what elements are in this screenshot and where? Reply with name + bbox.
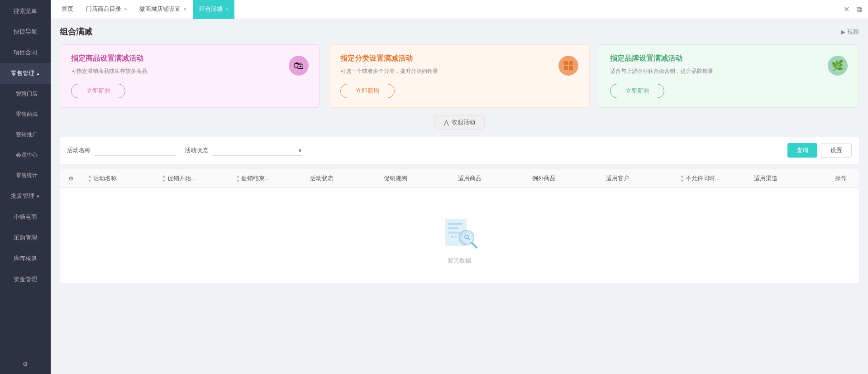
tab-combo-discount-close[interactable]: × <box>225 6 228 12</box>
collapse-icon: ⋀ <box>444 119 449 126</box>
th-exception-goods: 例外商品 <box>527 174 601 182</box>
tab-store-catalog[interactable]: 门店商品目录 × <box>80 0 133 19</box>
product-discount-card: 指定商品设置满减活动 可指定滞销商品或库存较多商品 🛍 立即新增 <box>60 44 320 108</box>
play-icon: ▶ <box>841 29 845 35</box>
product-discount-icon: 🛍 <box>289 56 309 76</box>
tab-restore-window-button[interactable]: ⧉ <box>855 4 863 15</box>
th-applicable-customer-label: 适用客户 <box>606 174 630 182</box>
collapse-label: 收起活动 <box>452 118 475 126</box>
sidebar-item-marketing[interactable]: 营销推广 <box>0 125 51 145</box>
brand-discount-title: 指定品牌设置满减活动 <box>610 54 848 63</box>
filter-actions: 查询 设置 <box>787 143 852 158</box>
sidebar-item-purchase-mgmt[interactable]: 采购管理 <box>0 227 51 248</box>
svg-point-13 <box>451 236 453 238</box>
sidebar-item-quick-nav[interactable]: 快捷导航 <box>0 21 51 42</box>
video-label: 视频 <box>847 28 859 36</box>
tab-bar: 首页 门店商品目录 × 微商城店铺设置 × 组合满减 × ✕ ⧉ <box>51 0 868 19</box>
sidebar-search[interactable]: 搜索菜单 <box>0 0 51 21</box>
tab-combo-discount-label: 组合满减 <box>199 5 223 13</box>
tab-close-window-button[interactable]: ✕ <box>842 3 851 15</box>
table-header: ⚙ ▲▼ 活动名称 ▲▼ 促销开始... ▲▼ 促销结束... 活动状态 <box>60 169 859 188</box>
brand-discount-add-button[interactable]: 立即新增 <box>610 84 664 98</box>
category-discount-icon <box>558 56 578 76</box>
video-link[interactable]: ▶ 视频 <box>841 28 859 36</box>
th-not-allow-concurrent: ▲▼ 不允许同时... <box>675 174 749 183</box>
svg-rect-7 <box>448 232 460 234</box>
activity-name-input[interactable] <box>94 145 176 156</box>
th-activity-name: ▲▼ 活动名称 <box>82 174 157 183</box>
th-promo-end-label: 促销结束... <box>241 174 270 182</box>
sidebar-item-xiaoqi-ecom[interactable]: 小畅电商 <box>0 206 51 227</box>
th-promo-start-label: 促销开始... <box>167 174 196 182</box>
sidebar-item-member-center[interactable]: 会员中心 <box>0 145 51 165</box>
svg-line-10 <box>472 243 477 248</box>
brand-discount-desc: 适合与上游企业联合做营销，提升品牌销量 <box>610 67 848 76</box>
th-promo-rule-label: 促销规则 <box>384 174 407 182</box>
th-applicable-channel-label: 适用渠道 <box>754 174 777 182</box>
empty-illustration <box>437 215 482 251</box>
activity-name-filter: 活动名称 <box>67 145 176 156</box>
svg-rect-0 <box>564 61 568 65</box>
empty-state: 暂无数据 <box>60 188 859 283</box>
gear-icon: ⚙ <box>68 175 74 182</box>
sidebar-item-retail-stats[interactable]: 零售统计 <box>0 165 51 186</box>
svg-rect-2 <box>564 66 568 70</box>
main-content: 首页 门店商品目录 × 微商城店铺设置 × 组合满减 × ✕ ⧉ 组合满减 ▶ … <box>51 0 868 374</box>
brand-discount-icon: 🌿 <box>828 56 848 76</box>
activity-status-select[interactable]: ∨ <box>212 145 302 156</box>
table-wrapper: ⚙ ▲▼ 活动名称 ▲▼ 促销开始... ▲▼ 促销结束... 活动状态 <box>60 169 859 283</box>
tab-wechat-store-close[interactable]: × <box>183 6 186 12</box>
th-activity-status-label: 活动状态 <box>310 174 334 182</box>
page-content: 组合满减 ▶ 视频 指定商品设置满减活动 可指定滞销商品或库存较多商品 🛍 立即… <box>51 19 868 374</box>
page-header: 组合满减 ▶ 视频 <box>60 26 859 37</box>
th-applicable-goods-label: 适用商品 <box>458 174 482 182</box>
brand-discount-card: 指定品牌设置满减活动 适合与上游企业联合做营销，提升品牌销量 🌿 立即新增 <box>599 44 859 108</box>
collapse-bar: ⋀ 收起活动 <box>60 115 859 129</box>
activity-cards: 指定商品设置满减活动 可指定滞销商品或库存较多商品 🛍 立即新增 指定分类设置满… <box>60 44 859 108</box>
th-operation: 操作 <box>823 174 859 182</box>
query-button[interactable]: 查询 <box>787 143 817 158</box>
svg-rect-3 <box>569 66 573 70</box>
sidebar-item-inventory[interactable]: 库存核算 <box>0 248 51 269</box>
th-gear[interactable]: ⚙ <box>60 175 82 182</box>
activity-status-label: 活动状态 <box>185 146 208 154</box>
empty-text: 暂无数据 <box>448 257 471 265</box>
tab-store-catalog-close[interactable]: × <box>124 6 127 12</box>
tab-combo-discount[interactable]: 组合满减 × <box>193 0 234 19</box>
svg-rect-5 <box>448 223 462 225</box>
tab-store-catalog-label: 门店商品目录 <box>86 5 121 13</box>
sidebar-settings[interactable]: ⚙ <box>0 355 51 374</box>
sidebar-item-fund-mgmt[interactable]: 资金管理 <box>0 269 51 290</box>
sidebar-item-wholesale-mgmt[interactable]: 批发管理 <box>0 186 51 206</box>
product-discount-desc: 可指定滞销商品或库存较多商品 <box>71 67 309 76</box>
sidebar-item-retail-mgmt[interactable]: 零售管理 <box>0 63 51 84</box>
tab-actions: ✕ ⧉ <box>842 3 863 15</box>
sidebar-item-project-contract[interactable]: 项目合同 <box>0 42 51 63</box>
th-promo-end: ▲▼ 促销结束... <box>230 174 305 183</box>
chevron-down-icon: ∨ <box>298 147 302 153</box>
th-promo-start: ▲▼ 促销开始... <box>157 174 231 183</box>
settings-button[interactable]: 设置 <box>821 143 852 158</box>
svg-point-9 <box>462 233 471 242</box>
filter-bar: 活动名称 活动状态 ∨ 查询 设置 <box>60 137 859 164</box>
collapse-activity-button[interactable]: ⋀ 收起活动 <box>434 115 485 129</box>
sidebar-item-smart-store[interactable]: 智慧门店 <box>0 84 51 104</box>
sort-icon: ▲▼ <box>88 174 92 183</box>
th-not-allow-concurrent-label: 不允许同时... <box>686 174 720 182</box>
activity-status-filter: 活动状态 ∨ <box>185 145 302 156</box>
category-discount-card: 指定分类设置满减活动 可选一个或者多个分类，提升分类的销量 立即新增 <box>329 44 589 108</box>
category-discount-add-button[interactable]: 立即新增 <box>340 84 395 98</box>
tab-wechat-store-settings[interactable]: 微商城店铺设置 × <box>133 0 192 19</box>
svg-rect-1 <box>569 61 573 65</box>
th-activity-name-label: 活动名称 <box>93 174 117 182</box>
tab-home[interactable]: 首页 <box>55 0 80 19</box>
product-discount-add-button[interactable]: 立即新增 <box>71 84 125 98</box>
svg-rect-6 <box>448 227 458 229</box>
page-title: 组合满减 <box>60 26 92 37</box>
product-discount-title: 指定商品设置满减活动 <box>71 54 309 63</box>
tab-home-label: 首页 <box>62 5 73 13</box>
sort-icon-start: ▲▼ <box>162 174 166 183</box>
tab-wechat-store-label: 微商城店铺设置 <box>139 5 181 13</box>
sidebar-item-retail-mall[interactable]: 零售商城 <box>0 104 51 125</box>
th-applicable-goods: 适用商品 <box>453 174 527 182</box>
